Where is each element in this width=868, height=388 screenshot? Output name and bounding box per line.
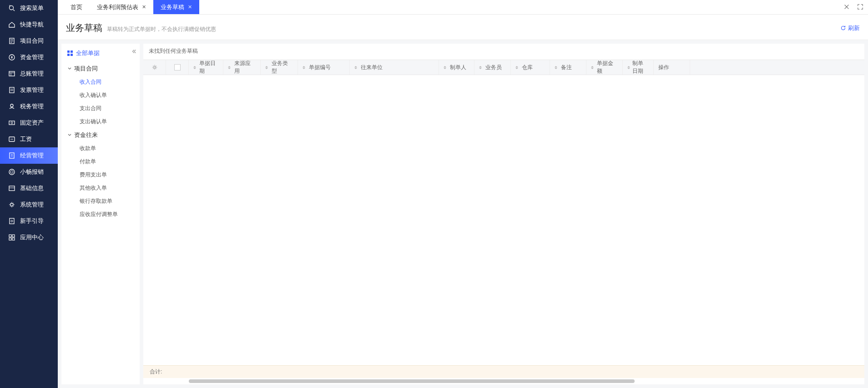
svg-rect-12 — [10, 218, 14, 224]
tree-leaf[interactable]: 其他收入单 — [61, 181, 140, 195]
column-label: 单据金额 — [597, 60, 618, 75]
tab-close-icon[interactable]: ✕ — [142, 4, 146, 10]
column-header[interactable]: 备注 — [550, 60, 586, 75]
column-header[interactable]: 业务员 — [474, 60, 511, 75]
fullscreen-icon[interactable] — [856, 3, 864, 11]
svg-point-9 — [9, 169, 15, 175]
tab[interactable]: 业务利润预估表✕ — [90, 0, 153, 14]
sidebar-item-label: 应用中心 — [20, 233, 44, 242]
svg-rect-21 — [71, 54, 73, 56]
column-header[interactable]: 单据日期 — [189, 60, 223, 75]
sidebar-item-money[interactable]: 资金管理 — [0, 49, 58, 66]
sidebar-item-expense[interactable]: 小畅报销 — [0, 164, 58, 180]
sidebar-item-doc[interactable]: 项目合同 — [0, 33, 58, 49]
tree-group-label: 项目合同 — [74, 65, 98, 73]
tree-leaf[interactable]: 支出合同 — [61, 102, 140, 115]
tree-group-label: 资金往来 — [74, 131, 98, 139]
column-header[interactable]: 仓库 — [511, 60, 550, 75]
svg-rect-4 — [10, 87, 14, 93]
sidebar-item-asset[interactable]: 固定资产 — [0, 115, 58, 131]
column-settings-button[interactable] — [143, 60, 166, 75]
sort-icon — [228, 64, 232, 71]
sidebar-item-label: 新手引导 — [20, 217, 44, 225]
svg-rect-15 — [12, 235, 15, 237]
tree-leaf[interactable]: 收入确认单 — [61, 89, 140, 102]
svg-point-6 — [11, 122, 13, 124]
page-title: 业务草稿 — [66, 22, 102, 34]
tree-leaf[interactable]: 收入合同 — [61, 76, 140, 89]
column-header[interactable]: 单据金额 — [586, 60, 623, 75]
table-header: 单据日期来源应用业务类型单据编号往来单位制单人业务员仓库备注单据金额制单日期操作 — [143, 60, 864, 75]
tab[interactable]: 业务草稿✕ — [153, 0, 199, 14]
select-all-checkbox[interactable] — [166, 60, 189, 75]
column-header[interactable]: 单据编号 — [298, 60, 350, 75]
sidebar-item-label: 发票管理 — [20, 86, 44, 94]
checkbox-icon — [174, 64, 181, 71]
scrollbar-thumb[interactable] — [189, 379, 635, 383]
sidebar: 搜索菜单快捷导航项目合同资金管理总账管理发票管理税务管理固定资产工资经营管理小畅… — [0, 0, 58, 388]
tree-leaf[interactable]: 费用支出单 — [61, 168, 140, 181]
chevron-down-icon — [67, 66, 72, 71]
close-icon[interactable] — [843, 3, 851, 11]
refresh-button[interactable]: 刷新 — [840, 24, 860, 32]
sidebar-item-biz[interactable]: 经营管理 — [0, 147, 58, 164]
refresh-label: 刷新 — [848, 24, 860, 32]
grid-icon — [67, 50, 73, 56]
doc-icon — [8, 37, 15, 45]
column-header[interactable]: 操作 — [654, 60, 690, 75]
page-subtitle: 草稿转为正式单据时，不会执行满赠促销优惠 — [107, 25, 216, 33]
sidebar-item-system[interactable]: 系统管理 — [0, 197, 58, 213]
all-docs-link[interactable]: 全部单据 — [61, 47, 140, 62]
tree-leaf[interactable]: 付款单 — [61, 155, 140, 168]
sidebar-item-label: 快捷导航 — [20, 20, 44, 29]
sort-icon — [193, 64, 197, 71]
nav-tree: 项目合同收入合同收入确认单支出合同支出确认单资金往来收款单付款单费用支出单其他收… — [61, 62, 140, 221]
column-label: 仓库 — [522, 64, 533, 71]
tree-leaf[interactable]: 收款单 — [61, 142, 140, 155]
tree-leaf[interactable]: 支出确认单 — [61, 115, 140, 128]
nav-panel: 全部单据 项目合同收入合同收入确认单支出合同支出确认单资金往来收款单付款单费用支… — [61, 44, 140, 384]
sort-icon — [444, 64, 448, 71]
column-header[interactable]: 制单人 — [439, 60, 474, 75]
tree-group-header[interactable]: 资金往来 — [61, 128, 140, 142]
svg-rect-19 — [71, 50, 73, 53]
svg-point-0 — [10, 6, 14, 10]
tab-close-icon[interactable]: ✕ — [188, 4, 192, 10]
sidebar-item-invoice[interactable]: 发票管理 — [0, 82, 58, 98]
expense-icon — [8, 168, 15, 176]
sidebar-item-salary[interactable]: 工资 — [0, 131, 58, 147]
search-icon — [8, 5, 15, 12]
sidebar-item-guide[interactable]: 新手引导 — [0, 213, 58, 229]
sort-icon — [354, 64, 359, 71]
system-icon — [8, 201, 15, 208]
tree-leaf[interactable]: 银行存取款单 — [61, 195, 140, 208]
svg-rect-10 — [9, 186, 15, 191]
column-header[interactable]: 业务类型 — [261, 60, 298, 75]
column-label: 来源应用 — [234, 60, 256, 75]
collapse-panel-button[interactable] — [130, 47, 138, 55]
empty-message: 未找到任何业务草稿 — [143, 44, 864, 60]
horizontal-scrollbar[interactable] — [143, 378, 864, 384]
column-label: 单据日期 — [199, 60, 218, 75]
svg-rect-20 — [67, 54, 70, 56]
column-label: 业务员 — [485, 64, 502, 71]
tab[interactable]: 首页 — [63, 0, 90, 14]
sidebar-item-label: 经营管理 — [20, 151, 44, 160]
sidebar-item-apps[interactable]: 应用中心 — [0, 229, 58, 246]
main: 首页业务利润预估表✕业务草稿✕ 业务草稿 草稿转为正式单据时，不会执行满赠促销优… — [58, 0, 868, 388]
column-header[interactable]: 制单日期 — [623, 60, 654, 75]
tree-group-header[interactable]: 项目合同 — [61, 62, 140, 76]
page-header: 业务草稿 草稿转为正式单据时，不会执行满赠促销优惠 刷新 — [58, 15, 868, 40]
sidebar-item-ledger[interactable]: 总账管理 — [0, 66, 58, 82]
column-header[interactable]: 往来单位 — [350, 60, 439, 75]
sidebar-item-base[interactable]: 基础信息 — [0, 180, 58, 197]
sidebar-item-home[interactable]: 快捷导航 — [0, 16, 58, 33]
tree-leaf[interactable]: 应收应付调整单 — [61, 208, 140, 221]
table-footer: 合计: — [143, 365, 864, 378]
column-header[interactable]: 来源应用 — [223, 60, 261, 75]
sidebar-item-label: 项目合同 — [20, 37, 44, 45]
svg-point-22 — [153, 66, 155, 68]
biz-icon — [8, 152, 15, 159]
sidebar-item-search[interactable]: 搜索菜单 — [0, 0, 58, 16]
sidebar-item-tax[interactable]: 税务管理 — [0, 98, 58, 115]
